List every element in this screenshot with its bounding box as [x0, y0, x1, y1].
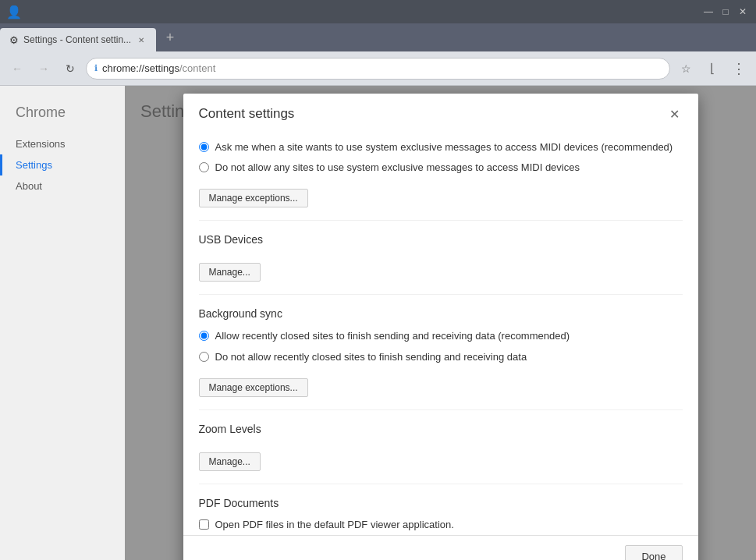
zoom-manage-button[interactable]: Manage... — [199, 452, 261, 471]
tab-favicon: ⚙ — [9, 34, 19, 46]
reload-button[interactable]: ↻ — [59, 58, 81, 80]
tab-bar: ⚙ Settings - Content settin... ✕ + — [0, 23, 756, 51]
modal-overlay: Content settings ✕ Ask me when a site wa… — [125, 86, 756, 560]
profile-icon[interactable]: 👤 — [6, 5, 22, 19]
menu-button[interactable]: ⋮ — [728, 58, 750, 80]
back-button[interactable]: ← — [6, 58, 28, 80]
pdf-section: PDF Documents Open PDF files in the defa… — [199, 484, 683, 535]
address-text: chrome://settings/content — [102, 62, 215, 74]
usb-section-title: USB Devices — [199, 233, 683, 246]
midi-deny-radio[interactable] — [199, 162, 209, 172]
midi-ask-radio[interactable] — [199, 142, 209, 152]
content-settings-dialog: Content settings ✕ Ask me when a site wa… — [183, 94, 698, 560]
title-bar-left: 👤 — [6, 5, 22, 19]
dialog-title: Content settings — [199, 106, 295, 122]
url-path: /content — [179, 62, 215, 74]
midi-section: Ask me when a site wants to use system e… — [199, 128, 683, 221]
sidebar-item-extensions[interactable]: Extensions — [0, 133, 125, 154]
sidebar-item-about[interactable]: About — [0, 175, 125, 197]
done-button[interactable]: Done — [625, 545, 682, 560]
pdf-open-checkbox[interactable] — [199, 519, 209, 530]
forward-button[interactable]: → — [33, 58, 55, 80]
minimize-button[interactable]: — — [701, 5, 715, 19]
dialog-header: Content settings ✕ — [183, 94, 698, 128]
zoom-section: Zoom Levels Manage... — [199, 410, 683, 484]
pdf-checkbox-option: Open PDF files in the default PDF viewer… — [199, 519, 683, 530]
dialog-footer: Done — [183, 535, 698, 560]
sync-deny-option: Do not allow recently closed sites to fi… — [199, 350, 683, 364]
tab-title: Settings - Content settin... — [23, 34, 131, 45]
sync-allow-label: Allow recently closed sites to finish se… — [215, 329, 570, 343]
title-bar: 👤 — □ ✕ — [0, 0, 756, 23]
active-tab[interactable]: ⚙ Settings - Content settin... ✕ — [0, 28, 156, 51]
new-tab-button[interactable]: + — [159, 27, 181, 48]
browser-window: 👤 — □ ✕ ⚙ Settings - Content settin... ✕… — [0, 0, 756, 560]
sync-manage-exceptions-button[interactable]: Manage exceptions... — [199, 378, 308, 397]
window-close-button[interactable]: ✕ — [736, 5, 750, 19]
sync-allow-option: Allow recently closed sites to finish se… — [199, 329, 683, 343]
window-controls: — □ ✕ — [701, 5, 750, 19]
tab-close-button[interactable]: ✕ — [136, 34, 147, 45]
maximize-button[interactable]: □ — [719, 5, 733, 19]
nav-bar: ← → ↻ ℹ chrome://settings/content ☆ ⌊ ⋮ — [0, 51, 756, 86]
sidebar-logo: Chrome — [0, 98, 125, 133]
sync-allow-radio[interactable] — [199, 331, 209, 341]
pdf-open-label: Open PDF files in the default PDF viewer… — [215, 519, 454, 530]
sync-deny-radio[interactable] — [199, 352, 209, 362]
midi-deny-label: Do not allow any sites to use system exc… — [215, 161, 580, 175]
url-host: chrome://settings — [102, 62, 179, 74]
main-content: Chrome Extensions Settings About Setting… — [0, 86, 756, 560]
usb-section: USB Devices Manage... — [199, 221, 683, 295]
background-sync-title: Background sync — [199, 307, 683, 320]
zoom-section-title: Zoom Levels — [199, 423, 683, 435]
sidebar-item-settings[interactable]: Settings — [0, 154, 125, 175]
address-bar[interactable]: ℹ chrome://settings/content — [86, 58, 670, 80]
dialog-close-button[interactable]: ✕ — [667, 106, 683, 122]
bookmark-button[interactable]: ☆ — [675, 58, 697, 80]
usb-manage-button[interactable]: Manage... — [199, 263, 261, 282]
midi-deny-option: Do not allow any sites to use system exc… — [199, 161, 683, 175]
midi-ask-label: Ask me when a site wants to use system e… — [215, 140, 673, 154]
midi-ask-option: Ask me when a site wants to use system e… — [199, 140, 683, 154]
pdf-section-title: PDF Documents — [199, 497, 683, 509]
sidebar: Chrome Extensions Settings About — [0, 86, 125, 560]
sync-deny-label: Do not allow recently closed sites to fi… — [215, 350, 527, 364]
background-sync-section: Background sync Allow recently closed si… — [199, 295, 683, 409]
dialog-body[interactable]: Ask me when a site wants to use system e… — [183, 128, 698, 535]
midi-manage-exceptions-button[interactable]: Manage exceptions... — [199, 189, 308, 207]
download-button[interactable]: ⌊ — [701, 58, 723, 80]
page-background: Settings Content settings ✕ — [125, 86, 756, 560]
info-icon: ℹ — [94, 63, 98, 73]
